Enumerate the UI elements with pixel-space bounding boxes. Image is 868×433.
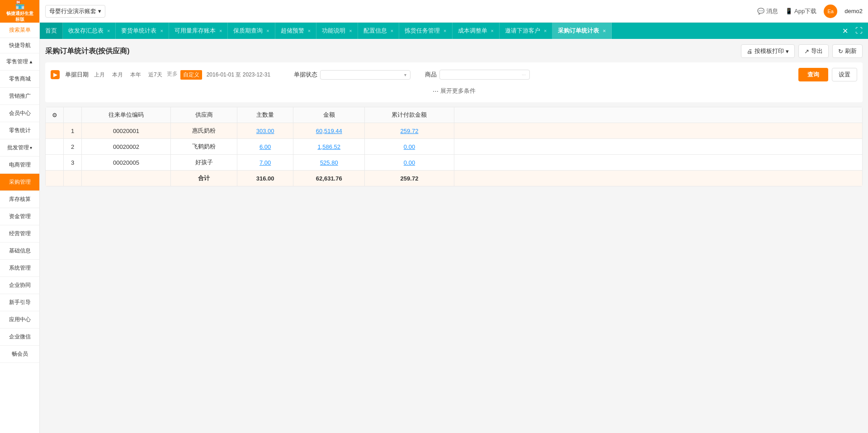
page-header-actions: 🖨 按模板打印 ▾ ↗ 导出 ↻ 刷新 (741, 44, 863, 58)
sidebar-item-retail-mall[interactable]: 零售商城 (0, 71, 39, 88)
print-btn[interactable]: 🖨 按模板打印 ▾ (741, 44, 795, 58)
overstock-close-icon[interactable]: × (308, 28, 311, 33)
tab-purchase-stats[interactable]: 采购订单统计表 × (552, 23, 611, 39)
user-avatar[interactable]: Ea (824, 5, 837, 18)
sidebar-item-wholesale[interactable]: 批发管理 ▾ (0, 139, 39, 157)
collect-pay-label: 收发存汇总表 (68, 27, 104, 35)
query-btn[interactable]: 查询 (798, 68, 828, 81)
tab-home[interactable]: 首页 (40, 23, 63, 39)
tab-func-desc[interactable]: 功能说明 × (316, 23, 358, 39)
tab-shelf-life[interactable]: 保质期查询 × (228, 23, 275, 39)
tab-cost-adjust[interactable]: 成本调整单 × (453, 23, 500, 39)
quick-nav[interactable]: 快捷导航 (0, 38, 39, 53)
row1-paid-amount[interactable]: 259.72 (365, 123, 454, 139)
search-menu[interactable]: 搜索菜单 (0, 23, 39, 38)
row2-settings (46, 139, 64, 155)
config-info-close-icon[interactable]: × (391, 28, 393, 33)
sidebar-item-marketing[interactable]: 营销推广 (0, 88, 39, 105)
page-content: 采购订单统计表(按供应商) 🖨 按模板打印 ▾ ↗ 导出 ↻ 刷新 (40, 39, 868, 433)
nav-maximize-icon[interactable]: ⛶ (854, 26, 864, 36)
row2-paid-amount[interactable]: 0.00 (365, 139, 454, 155)
shelf-life-close-icon[interactable]: × (266, 28, 269, 33)
tab-overstock[interactable]: 超储预警 × (275, 23, 316, 39)
row1-amount[interactable]: 60,519.44 (293, 123, 365, 139)
row3-paid-amount[interactable]: 0.00 (365, 155, 454, 171)
goods-stats-label: 要货单统计表 (121, 27, 156, 35)
refresh-btn[interactable]: ↻ 刷新 (832, 44, 863, 58)
goods-input[interactable]: ··· (439, 70, 530, 80)
shortcut-this-year[interactable]: 本年 (127, 70, 144, 80)
app-download-btn[interactable]: 📱 App下载 (785, 7, 816, 15)
msg-btn[interactable]: 💬 消息 (757, 7, 778, 15)
tab-invite-downstream[interactable]: 邀请下游客户 × (500, 23, 552, 39)
sidebar-item-system[interactable]: 系统管理 (0, 260, 39, 277)
row2-amount[interactable]: 1,586.52 (293, 139, 365, 155)
filter-toggle-btn[interactable]: ▶ (51, 70, 60, 79)
table-row: 1 00020001 惠氏奶粉 303.00 60,519.44 259.72 (46, 123, 863, 139)
row2-main-qty[interactable]: 6.00 (237, 139, 293, 155)
row3-extra (454, 155, 863, 171)
sidebar-item-retail[interactable]: 零售管理 ▲ (0, 53, 39, 71)
row3-main-qty[interactable]: 7.00 (237, 155, 293, 171)
col-paid-amount: 累计付款金额 (365, 107, 454, 123)
sidebar-wholesale-label: 批发管理 (7, 144, 29, 152)
tab-available-stock[interactable]: 可用量库存账本 × (169, 23, 228, 39)
username-label[interactable]: demo2 (844, 8, 863, 14)
row1-main-qty[interactable]: 303.00 (237, 123, 293, 139)
expand-icon: ⋯ (433, 88, 439, 95)
sidebar-item-newbie[interactable]: 新手引导 (0, 294, 39, 311)
footer-main-qty: 316.00 (237, 171, 293, 186)
sidebar-item-inventory[interactable]: 库存核算 (0, 191, 39, 208)
sidebar-item-wechat[interactable]: 企业微信 (0, 328, 39, 346)
shortcut-more[interactable]: 更多 (167, 70, 178, 80)
sidebar-item-ecommerce[interactable]: 电商管理 (0, 157, 39, 174)
row2-unit-code: 00020002 (82, 139, 171, 155)
col-supplier: 供应商 (170, 107, 237, 123)
home-tab-label: 首页 (45, 27, 57, 35)
pick-task-close-icon[interactable]: × (443, 28, 446, 33)
sidebar-item-app-center[interactable]: 应用中心 (0, 311, 39, 328)
shortcut-this-month[interactable]: 本月 (109, 70, 126, 80)
sidebar-item-finance[interactable]: 资金管理 (0, 208, 39, 225)
purchase-stats-label: 采购订单统计表 (558, 27, 599, 35)
collect-pay-close-icon[interactable]: × (107, 28, 110, 33)
sidebar-item-purchase[interactable]: 采购管理 (0, 174, 39, 191)
overstock-label: 超储预警 (281, 27, 304, 35)
settings-btn[interactable]: 设置 (832, 68, 857, 81)
goods-stats-close-icon[interactable]: × (160, 28, 163, 33)
date-range-value: 2016-01-01 至 2023-12-31 (207, 71, 270, 79)
row3-supplier: 好孩子 (170, 155, 237, 171)
app-logo: 🏪 畅捷通好生意 标版 (0, 0, 39, 23)
tab-pick-task[interactable]: 拣货任务管理 × (399, 23, 452, 39)
sidebar-item-collab[interactable]: 企业协同 (0, 277, 39, 294)
purchase-stats-close-icon[interactable]: × (603, 28, 605, 33)
tab-goods-stats[interactable]: 要货单统计表 × (116, 23, 169, 39)
date-custom-badge[interactable]: 自定义 (180, 70, 202, 80)
tab-collect-pay[interactable]: 收发存汇总表 × (63, 23, 116, 39)
tab-config-info[interactable]: 配置信息 × (358, 23, 399, 39)
row3-amount[interactable]: 525.80 (293, 155, 365, 171)
sidebar-item-member[interactable]: 会员中心 (0, 105, 39, 122)
cost-adjust-close-icon[interactable]: × (491, 28, 494, 33)
status-select[interactable]: ▾ (320, 70, 410, 80)
sidebar-item-vip[interactable]: 畅会员 (0, 346, 39, 363)
shortcut-7days[interactable]: 近7天 (146, 70, 165, 80)
available-stock-close-icon[interactable]: × (219, 28, 222, 33)
sidebar-item-ops[interactable]: 经营管理 (0, 225, 39, 243)
sidebar-item-retail-stats[interactable]: 零售统计 (0, 122, 39, 139)
nav-close-icon[interactable]: ✕ (840, 26, 850, 36)
topbar-left: 母婴行业演示账套 ▾ (45, 5, 105, 18)
expand-filter-btn[interactable]: ⋯ 展开更多条件 (51, 85, 857, 97)
footer-extra (454, 171, 863, 186)
export-btn[interactable]: ↗ 导出 (798, 44, 829, 58)
sidebar-item-basic[interactable]: 基础信息 (0, 243, 39, 260)
msg-icon: 💬 (757, 8, 764, 14)
footer-num (64, 171, 82, 186)
invite-downstream-close-icon[interactable]: × (544, 28, 547, 33)
workspace-selector[interactable]: 母婴行业演示账套 ▾ (45, 5, 105, 18)
shortcut-last-month[interactable]: 上月 (91, 70, 108, 80)
func-desc-close-icon[interactable]: × (349, 28, 352, 33)
col-settings[interactable]: ⚙ (46, 107, 64, 123)
row3-unit-code: 00020005 (82, 155, 171, 171)
date-shortcuts: 上月 本月 本年 近7天 更多 (91, 70, 178, 80)
